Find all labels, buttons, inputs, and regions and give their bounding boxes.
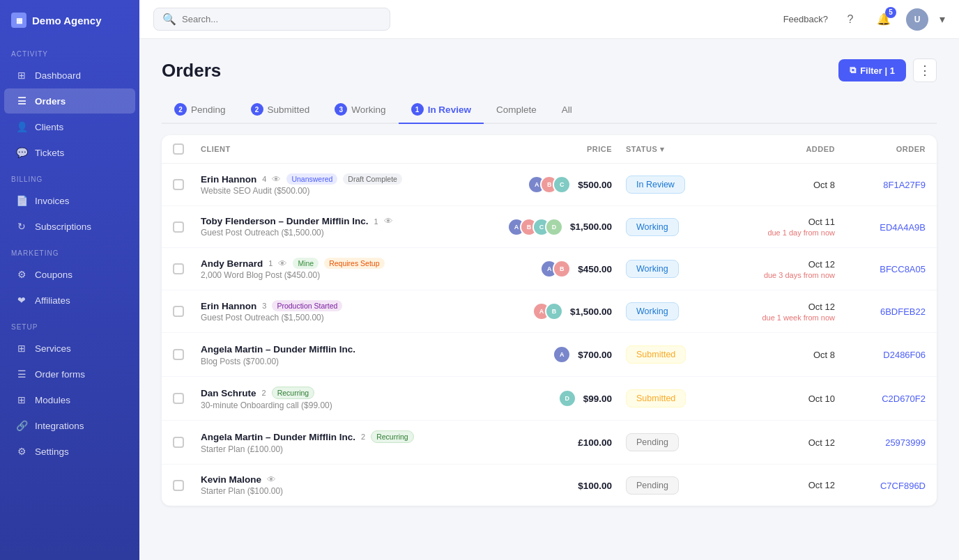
sidebar-item-integrations[interactable]: 🔗 Integrations: [4, 413, 135, 438]
row-checkbox[interactable]: [173, 306, 184, 317]
mini-avatar: B: [545, 302, 563, 320]
tab-submitted-count: 2: [251, 103, 263, 116]
tab-pending[interactable]: 2 Pending: [162, 96, 238, 124]
order-link[interactable]: C7CF896D: [880, 481, 926, 491]
sidebar-item-orderforms[interactable]: ☰ Order forms: [4, 361, 135, 387]
table-row[interactable]: Kevin Malone 👁 Starter Plan ($100.00) $1…: [162, 465, 937, 506]
header-checkbox-cell: [173, 143, 201, 155]
page-title: Orders: [162, 60, 221, 81]
sidebar-item-modules[interactable]: ⊞ Modules: [4, 387, 135, 412]
client-cell: Erin Hannon 3 Production Started Guest P…: [201, 300, 514, 322]
table-row[interactable]: Angela Martin – Dunder Mifflin Inc. Blog…: [162, 333, 937, 377]
status-cell: Submitted: [626, 345, 737, 364]
table-row[interactable]: Dan Schrute 2 Recurring 30-minute Onboar…: [162, 377, 937, 421]
tab-working-count: 3: [335, 103, 347, 116]
row-checkbox[interactable]: [173, 349, 184, 360]
row-checkbox[interactable]: [173, 221, 184, 233]
sidebar-item-dashboard[interactable]: ⊞ Dashboard: [4, 63, 135, 88]
header-price: PRICE: [514, 145, 626, 153]
page-header: Orders ⧉ Filter | 1 ⋮: [162, 59, 937, 82]
order-link[interactable]: BFCC8A05: [880, 264, 926, 274]
order-link[interactable]: 8F1A27F9: [883, 180, 926, 190]
invoices-icon: 📄: [15, 195, 28, 206]
sidebar-item-coupons[interactable]: ⚙ Coupons: [4, 262, 135, 287]
order-link[interactable]: ED4A4A9B: [880, 222, 926, 233]
client-name: Andy Bernard: [201, 258, 263, 269]
sidebar-item-invoices[interactable]: 📄 Invoices: [4, 188, 135, 213]
sidebar-item-services[interactable]: ⊞ Services: [4, 336, 135, 361]
row-checkbox[interactable]: [173, 393, 184, 404]
table-row[interactable]: Toby Flenderson – Dunder Mifflin Inc. 1 …: [162, 206, 937, 248]
user-avatar[interactable]: U: [906, 8, 928, 31]
added-date: Oct 8: [737, 350, 835, 360]
tab-all[interactable]: All: [549, 98, 585, 123]
row-checkbox[interactable]: [173, 263, 184, 274]
sidebar-label-orders: Orders: [35, 96, 66, 107]
search-box[interactable]: 🔍: [153, 8, 390, 31]
sidebar-item-clients[interactable]: 👤 Clients: [4, 114, 135, 139]
sidebar-section-activity: ACTIVITY ⊞ Dashboard ☰ Orders 👤 Clients …: [0, 40, 139, 166]
status-badge: Working: [626, 218, 679, 236]
tab-complete[interactable]: Complete: [484, 98, 549, 123]
added-cell: Oct 12 due 3 days from now: [737, 259, 835, 279]
order-link[interactable]: D2486F06: [883, 350, 926, 360]
added-date: Oct 12: [737, 480, 835, 490]
eye-icon: 👁: [278, 258, 287, 269]
table-row[interactable]: Angela Martin – Dunder Mifflin Inc. 2 Re…: [162, 421, 937, 465]
tab-inreview[interactable]: 1 In Review: [399, 96, 484, 124]
count-badge: 1: [268, 259, 273, 267]
tab-working-label: Working: [351, 104, 385, 115]
added-due: due 1 week from now: [737, 313, 835, 322]
help-button[interactable]: ?: [839, 8, 861, 31]
header-status[interactable]: STATUS ▾: [626, 145, 737, 154]
sidebar-section-setup: SETUP ⊞ Services ☰ Order forms ⊞ Modules…: [0, 313, 139, 465]
sidebar-label-invoices: Invoices: [35, 196, 70, 206]
row-checkbox[interactable]: [173, 437, 184, 448]
client-name: Angela Martin – Dunder Mifflin Inc.: [201, 432, 355, 442]
sidebar-item-affiliates[interactable]: ❤ Affiliates: [4, 288, 135, 313]
help-icon: ?: [847, 13, 854, 26]
avatars-group: A: [553, 345, 571, 364]
sort-icon: ▾: [660, 145, 665, 154]
sidebar-item-subscriptions[interactable]: ↻ Subscriptions: [4, 214, 135, 239]
order-cell: ED4A4A9B: [835, 221, 926, 233]
subscriptions-icon: ↻: [15, 221, 28, 232]
order-link[interactable]: 6BDFEB22: [880, 306, 926, 317]
added-cell: Oct 10: [737, 394, 835, 404]
order-link[interactable]: C2D670F2: [882, 394, 926, 404]
filter-button[interactable]: ⧉ Filter | 1: [838, 59, 906, 81]
row-checkbox-cell: [173, 349, 201, 360]
row-checkbox[interactable]: [173, 179, 184, 190]
tab-inreview-count: 1: [411, 103, 424, 116]
header-order: ORDER: [835, 145, 926, 153]
table-row[interactable]: Andy Bernard 1 👁 Mine Requires Setup 2,0…: [162, 248, 937, 290]
sidebar-label-affiliates: Affiliates: [35, 295, 70, 306]
sidebar-item-orders[interactable]: ☰ Orders: [4, 88, 135, 114]
sidebar-item-settings[interactable]: ⚙ Settings: [4, 439, 135, 464]
client-cell: Dan Schrute 2 Recurring 30-minute Onboar…: [201, 387, 514, 410]
feedback-button[interactable]: Feedback?: [783, 14, 828, 24]
mini-avatar: C: [553, 176, 571, 194]
tab-submitted[interactable]: 2 Submitted: [238, 96, 323, 124]
status-cell: Pending: [626, 476, 737, 495]
row-checkbox-cell: [173, 480, 201, 491]
filter-icon: ⧉: [850, 65, 856, 76]
table-row[interactable]: Erin Hannon 3 Production Started Guest P…: [162, 290, 937, 333]
price-cell: D $99.00: [514, 389, 626, 407]
row-checkbox[interactable]: [173, 480, 184, 491]
sidebar-item-tickets[interactable]: 💬 Tickets: [4, 140, 135, 165]
client-info: Angela Martin – Dunder Mifflin Inc. 2 Re…: [201, 430, 514, 454]
search-input[interactable]: [182, 14, 381, 24]
avatars-group: A B: [540, 260, 571, 278]
orderforms-icon: ☰: [15, 368, 28, 380]
notifications-button[interactable]: 🔔 5: [873, 8, 895, 31]
client-cell: Kevin Malone 👁 Starter Plan ($100.00): [201, 474, 514, 496]
tab-working[interactable]: 3 Working: [322, 96, 398, 124]
more-options-button[interactable]: ⋮: [913, 59, 937, 82]
user-menu-chevron[interactable]: ▾: [939, 13, 945, 26]
order-link[interactable]: 25973999: [885, 437, 926, 448]
table-row[interactable]: Erin Hannon 4 👁 Unanswered Draft Complet…: [162, 164, 937, 206]
select-all-checkbox[interactable]: [173, 143, 184, 155]
content-area: Orders ⧉ Filter | 1 ⋮ 2 Pending 2 Submit…: [139, 39, 959, 560]
notification-badge: 5: [885, 7, 896, 18]
